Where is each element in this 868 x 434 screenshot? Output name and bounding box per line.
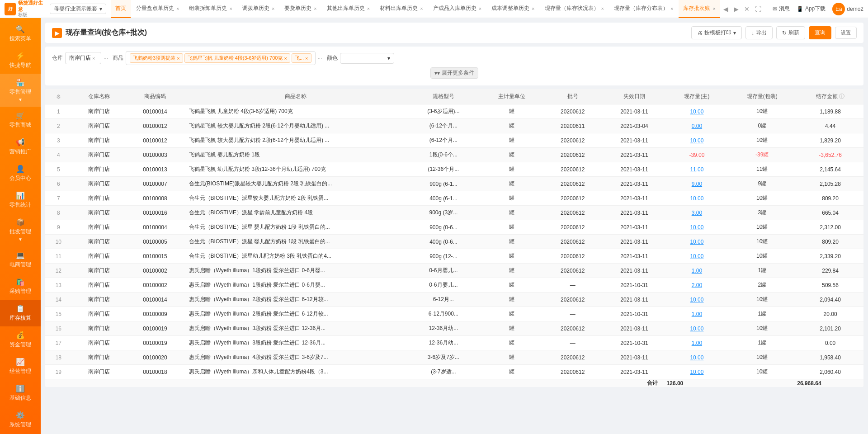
- sidebar-item-wholesale[interactable]: 📦 批发管理 ▼: [0, 213, 41, 246]
- row-batch: 20200612: [543, 321, 602, 336]
- row-qty[interactable]: 1.00: [667, 336, 727, 350]
- close-tag-icon[interactable]: ×: [92, 56, 95, 61]
- sidebar-item-member[interactable]: 👤 会员中心: [0, 160, 41, 187]
- col-info-icon[interactable]: ⓘ: [839, 93, 844, 99]
- row-expire: 2021-03-11: [602, 177, 666, 191]
- sidebar-item-retail-mgmt[interactable]: 🏪 零售管理 ▼: [0, 74, 41, 107]
- row-qty[interactable]: 10.00: [667, 321, 727, 336]
- tab-10[interactable]: 现存量（库存分布表）×: [609, 0, 678, 18]
- col-code: 商品编码: [126, 89, 184, 104]
- row-qty[interactable]: 10.00: [667, 235, 727, 249]
- tab-6[interactable]: 材料出库单历史×: [375, 0, 427, 18]
- remove-tag-2-btn[interactable]: ×: [305, 56, 308, 61]
- row-warehouse: 南岸门店: [72, 235, 126, 249]
- row-amount: 1,958.40: [797, 350, 863, 365]
- row-qty[interactable]: 2.00: [667, 278, 727, 292]
- expand-sidebar-btn[interactable]: ▶: [52, 28, 62, 38]
- product-input[interactable]: 飞鹤奶粉3段两提装 × 飞鹤星飞帆 儿童奶粉 4段(3-6岁适用) 700克 ×…: [126, 51, 315, 65]
- sidebar-item-operation[interactable]: 📈 经营管理: [0, 353, 41, 380]
- warehouse-input[interactable]: 南岸门店 ×: [65, 52, 101, 64]
- row-qty[interactable]: 10.00: [667, 104, 727, 119]
- tab-7[interactable]: 产成品入库单历史×: [429, 0, 486, 18]
- row-spec: (12-36个月...: [407, 162, 480, 177]
- product-tag-1[interactable]: 飞鹤星飞帆 儿童奶粉 4段(3-6岁适用) 700克 ×: [184, 53, 290, 63]
- tab-2[interactable]: 组装拆卸单历史×: [184, 0, 236, 18]
- row-qty[interactable]: 10.00: [667, 350, 727, 365]
- sidebar-item-retail-shop[interactable]: 🛒 零售商城: [0, 107, 41, 133]
- color-input[interactable]: ▾: [340, 53, 394, 64]
- row-qty[interactable]: 11.00: [667, 162, 727, 177]
- print-btn[interactable]: 🖨 按模板打印 ▾: [691, 26, 742, 39]
- product-tag-0[interactable]: 飞鹤奶粉3段两提装 ×: [130, 53, 183, 63]
- footer-empty: [727, 379, 797, 387]
- sidebar-item-basics[interactable]: ℹ️ 基础信息: [0, 380, 41, 406]
- sidebar-item-marketing[interactable]: 📢 营销推广: [0, 133, 41, 160]
- table-row: 14 南岸门店 00100014 惠氏启瞻（Wyeth illuma）2段奶粉 …: [45, 292, 863, 307]
- tab-1[interactable]: 分量盘点单历史×: [132, 0, 184, 18]
- tab-next-btn[interactable]: ▶: [731, 5, 741, 13]
- tab-prev-btn[interactable]: ◀: [721, 5, 731, 13]
- sidebar-item-inventory[interactable]: 📋 库存核算: [0, 300, 41, 326]
- row-qty[interactable]: 10.00: [667, 220, 727, 235]
- sidebar-item-nav[interactable]: ⚡ 快捷导航: [0, 47, 41, 74]
- col-expire: 失效日期: [602, 89, 666, 104]
- tab-5[interactable]: 其他出库单历史×: [322, 0, 374, 18]
- row-qty[interactable]: 1.00: [667, 264, 727, 278]
- row-batch: 20200612: [543, 292, 602, 307]
- msg-btn[interactable]: ✉ 消息: [773, 5, 790, 13]
- row-qty[interactable]: 10.00: [667, 133, 727, 148]
- row-spec: (3-6岁适用)...: [407, 104, 480, 119]
- row-spec: 0-6月婴儿...: [407, 278, 480, 292]
- row-amount: 809.20: [797, 235, 863, 249]
- org-selector[interactable]: 母婴行业演示账套 ▾: [50, 4, 106, 14]
- app-download-btn[interactable]: 📱 App下载: [797, 5, 826, 13]
- tab-11[interactable]: 库存批次账×: [679, 0, 720, 18]
- row-name: 飞鹤星飞帆 幼儿配方奶粉 3段(12-36个月幼儿适用) 700克: [184, 162, 407, 177]
- expand-conditions-btn[interactable]: ▾▾ 展开更多条件: [430, 67, 478, 79]
- row-qty[interactable]: 9.00: [667, 177, 727, 191]
- row-qty[interactable]: 10.00: [667, 249, 727, 264]
- tab-4[interactable]: 要货单历史×: [280, 0, 321, 18]
- export-btn[interactable]: ↓ 导出: [745, 26, 773, 39]
- query-btn[interactable]: 查询: [809, 26, 831, 39]
- warehouse-more[interactable]: ···: [104, 55, 108, 61]
- sidebar-item-finance[interactable]: 💰 资金管理: [0, 326, 41, 353]
- row-qty[interactable]: 10.00: [667, 191, 727, 206]
- logo-icon: 好: [5, 3, 16, 15]
- sidebar-item-ecommerce[interactable]: 💻 电商管理: [0, 246, 41, 273]
- content-area: ▶ 现存量查询(按仓库+批次) 🖨 按模板打印 ▾ ↓ 导出 ↻: [41, 18, 868, 434]
- row-name: 合生元（BIOSTIME）派星 婴儿配方奶粉 1段 乳铁蛋白的...: [184, 220, 407, 235]
- setting-icon[interactable]: ⚙: [56, 94, 61, 100]
- row-qty[interactable]: 0.00: [667, 119, 727, 133]
- refresh-btn[interactable]: ↻ 刷新: [776, 26, 805, 39]
- user-menu[interactable]: Ea demo2: [832, 3, 863, 15]
- row-qty[interactable]: 10.00: [667, 292, 727, 307]
- table-row: 4 南岸门店 00100003 飞鹤星飞帆 婴儿配方奶粉 1段 1段(0-6个.…: [45, 148, 863, 162]
- tab-8[interactable]: 成本调整单历史×: [487, 0, 539, 18]
- sidebar-item-purchase[interactable]: 🛍️ 采购管理: [0, 273, 41, 300]
- table-scroll[interactable]: ⚙ 仓库名称 商品编码 商品名称 规格型号 主计量单位 批号 失效日期 现存量(…: [45, 89, 863, 387]
- table-row: 16 南岸门店 00100019 惠氏启瞻（Wyeth illuma）3段奶粉 …: [45, 321, 863, 336]
- sidebar-item-system[interactable]: ⚙️ 系统管理: [0, 406, 41, 433]
- tab-close-btn[interactable]: ✕: [742, 5, 752, 13]
- row-code: 00100019: [126, 321, 184, 336]
- row-spec: (3-7岁适...: [407, 365, 480, 379]
- row-qty[interactable]: 3.00: [667, 206, 727, 220]
- sidebar: 🔍 搜索英单 ⚡ 快捷导航 🏪 零售管理 ▼ 🛒 零售商城 📢 营销推广 👤 会…: [0, 18, 41, 434]
- row-qty[interactable]: 10.00: [667, 365, 727, 379]
- settings-btn[interactable]: 设置: [835, 27, 857, 39]
- product-tag-2[interactable]: 飞... ×: [292, 53, 311, 63]
- tab-9[interactable]: 现存量（库存状况表）×: [540, 0, 609, 18]
- tab-0[interactable]: 首页: [111, 0, 131, 18]
- row-qty[interactable]: 1.00: [667, 307, 727, 321]
- row-warehouse: 南岸门店: [72, 206, 126, 220]
- product-more[interactable]: ···: [318, 55, 322, 61]
- remove-tag-1-btn[interactable]: ×: [284, 56, 287, 61]
- tab-expand-btn[interactable]: ⛶: [753, 5, 764, 13]
- sidebar-item-search[interactable]: 🔍 搜索英单: [0, 20, 41, 47]
- sidebar-item-retail-stats[interactable]: 📊 零售统计: [0, 187, 41, 213]
- remove-tag-0-btn[interactable]: ×: [177, 56, 179, 61]
- tab-3[interactable]: 调拨单历史×: [238, 0, 279, 18]
- row-spec: 900g (3岁...: [407, 206, 480, 220]
- row-name: 惠氏启瞻（Wyeth illuma）亲和人体儿童配方奶粉4段（3...: [184, 365, 407, 379]
